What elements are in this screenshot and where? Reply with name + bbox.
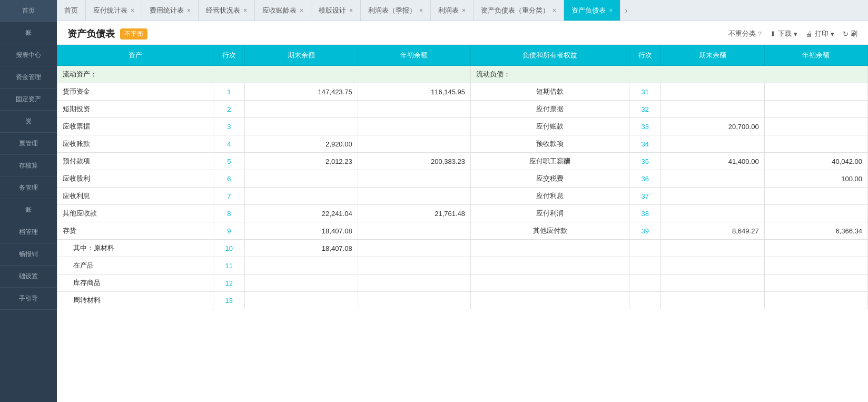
right-row-num xyxy=(629,292,661,309)
right-item: 短期借款 xyxy=(471,83,629,101)
main-content: 首页 应付统计表 × 费用统计表 × 经营状况表 × 应收账龄表 × 模版设计 … xyxy=(57,0,868,402)
left-beg-bal xyxy=(358,118,470,135)
table-row: 应收账款 4 2,920.00 预收款项 34 xyxy=(57,135,868,153)
sidebar-item-asset[interactable]: 资 xyxy=(0,111,57,133)
tab-expense-stat[interactable]: 费用统计表 × xyxy=(142,0,199,21)
table-row: 周转材料 13 xyxy=(57,292,868,309)
left-beg-bal xyxy=(358,188,470,205)
left-item: 应收票据 xyxy=(57,118,213,135)
page-title: 资产负债表 xyxy=(67,27,115,40)
tab-ap-stat[interactable]: 应付统计表 × xyxy=(86,0,142,21)
left-item: 应收账款 xyxy=(57,135,213,153)
tab-income[interactable]: 利润表 × xyxy=(431,0,474,21)
tab-close-balance[interactable]: × xyxy=(609,7,613,14)
sidebar-item-fund[interactable]: 资金管理 xyxy=(0,66,57,89)
left-row-num: 10 xyxy=(213,240,245,257)
sidebar-item-ledger[interactable]: 账 xyxy=(0,199,57,221)
left-end-bal: 22,241.04 xyxy=(245,205,358,222)
sidebar-item-home[interactable]: 首页 xyxy=(0,0,57,22)
right-row-num: 39 xyxy=(629,222,661,240)
right-row-num: 38 xyxy=(629,205,661,222)
right-end-bal: 20,700.00 xyxy=(661,118,764,135)
table-container: 资产 行次 期末余额 年初余额 负债和所有者权益 行次 期末余额 年初余额 流动… xyxy=(57,45,868,402)
print-btn[interactable]: 🖨 打印 ▾ xyxy=(806,29,834,38)
sidebar-item-guide[interactable]: 手引导 xyxy=(0,288,57,310)
table-row: 应收票据 3 应付账款 33 20,700.00 xyxy=(57,118,868,135)
left-row-num: 11 xyxy=(213,257,245,274)
tab-balance-reclassified[interactable]: 资产负债表（重分类） × xyxy=(474,0,564,21)
right-beg-bal xyxy=(764,292,867,309)
sidebar-item-archive[interactable]: 档管理 xyxy=(0,221,57,243)
col-header-row-num-left: 行次 xyxy=(213,45,245,66)
sidebar-item-account[interactable]: 账 xyxy=(0,22,57,44)
tab-balance[interactable]: 资产负债表 × xyxy=(564,0,620,21)
right-end-bal xyxy=(661,170,764,188)
right-beg-bal: 40,042.00 xyxy=(764,153,867,170)
left-item: 其他应收款 xyxy=(57,205,213,222)
tab-close-income[interactable]: × xyxy=(462,7,466,14)
right-item xyxy=(471,274,629,292)
right-beg-bal: 6,366.34 xyxy=(764,222,867,240)
sidebar-item-inventory[interactable]: 存核算 xyxy=(0,155,57,177)
right-beg-bal xyxy=(764,83,867,101)
left-beg-bal xyxy=(358,222,470,240)
right-beg-bal xyxy=(764,240,867,257)
tab-income-q[interactable]: 利润表（季报） × xyxy=(361,0,431,21)
tab-close-operation[interactable]: × xyxy=(243,7,247,14)
left-end-bal xyxy=(245,118,358,135)
right-row-num: 32 xyxy=(629,101,661,118)
sidebar-item-fixed-assets[interactable]: 固定资产 xyxy=(0,89,57,111)
left-beg-bal xyxy=(358,170,470,188)
left-row-num: 3 xyxy=(213,118,245,135)
right-item: 应付账款 xyxy=(471,118,629,135)
right-end-bal xyxy=(661,257,764,274)
right-end-bal: 8,649.27 xyxy=(661,222,764,240)
left-item: 存货 xyxy=(57,222,213,240)
section-right: 流动负债： xyxy=(471,66,868,83)
page-header: 资产负债表 不平衡 不重分类 ? ⬇ 下载 ▾ 🖨 打印 ▾ ↻ 刷 xyxy=(57,21,868,45)
left-item: 预付款项 xyxy=(57,153,213,170)
table-row: 其他应收款 8 22,241.04 21,761.48 应付利润 38 xyxy=(57,205,868,222)
left-end-bal: 2,920.00 xyxy=(245,135,358,153)
right-item xyxy=(471,292,629,309)
sidebar-item-settings[interactable]: 础设置 xyxy=(0,266,57,288)
col-header-liability: 负债和所有者权益 xyxy=(471,45,629,66)
tab-scroll-right[interactable]: › xyxy=(620,6,632,15)
download-btn[interactable]: ⬇ 下载 ▾ xyxy=(770,29,797,38)
tab-ar-aging[interactable]: 应收账龄表 × xyxy=(255,0,311,21)
refresh-btn[interactable]: ↻ 刷 xyxy=(843,29,857,38)
tab-bar: 首页 应付统计表 × 费用统计表 × 经营状况表 × 应收账龄表 × 模版设计 … xyxy=(57,0,868,21)
sidebar-item-expense[interactable]: 畅报销 xyxy=(0,243,57,266)
right-item: 应付利息 xyxy=(471,188,629,205)
tab-close-income-q[interactable]: × xyxy=(419,7,423,14)
right-beg-bal xyxy=(764,101,867,118)
sidebar-item-report-center[interactable]: 报表中心 xyxy=(0,44,57,66)
left-end-bal: 2,012.23 xyxy=(245,153,358,170)
left-row-num: 7 xyxy=(213,188,245,205)
right-beg-bal xyxy=(764,118,867,135)
tab-close-template[interactable]: × xyxy=(349,7,353,14)
table-row: 其中：原材料 10 18,407.08 xyxy=(57,240,868,257)
right-item: 预收款项 xyxy=(471,135,629,153)
left-beg-bal: 116,145.95 xyxy=(358,83,470,101)
right-row-num: 33 xyxy=(629,118,661,135)
left-beg-bal xyxy=(358,257,470,274)
tab-close-balance-reclassified[interactable]: × xyxy=(553,7,556,14)
left-row-num: 5 xyxy=(213,153,245,170)
left-row-num: 4 xyxy=(213,135,245,153)
sidebar-item-tax[interactable]: 务管理 xyxy=(0,177,57,199)
tab-home[interactable]: 首页 xyxy=(57,0,86,21)
classify-btn[interactable]: 不重分类 ? xyxy=(728,29,762,38)
table-row: 预付款项 5 2,012.23 200,383.23 应付职工薪酬 35 41,… xyxy=(57,153,868,170)
tab-close-ar-aging[interactable]: × xyxy=(300,7,303,14)
tab-close-ap-stat[interactable]: × xyxy=(131,7,134,14)
sidebar-item-ticket[interactable]: 票管理 xyxy=(0,133,57,155)
col-header-end-bal-left: 期末余额 xyxy=(245,45,358,66)
right-beg-bal xyxy=(764,205,867,222)
right-item: 应付职工薪酬 xyxy=(471,153,629,170)
help-icon: ? xyxy=(758,30,762,38)
tab-template[interactable]: 模版设计 × xyxy=(311,0,361,21)
left-item: 周转材料 xyxy=(57,292,213,309)
tab-close-expense-stat[interactable]: × xyxy=(187,7,191,14)
tab-operation[interactable]: 经营状况表 × xyxy=(199,0,255,21)
